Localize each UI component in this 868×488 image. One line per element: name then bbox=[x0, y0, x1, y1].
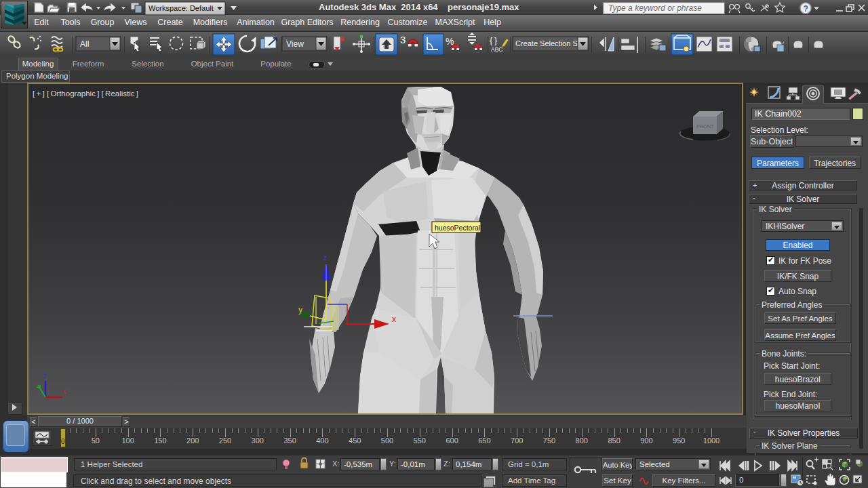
svg-text:?: ? bbox=[804, 4, 808, 14]
svg-text:%: % bbox=[446, 36, 454, 47]
svg-text:FRONT: FRONT bbox=[696, 123, 714, 129]
svg-text:3: 3 bbox=[400, 34, 406, 45]
svg-text:z: z bbox=[43, 372, 46, 380]
svg-text:x: x bbox=[392, 314, 396, 324]
svg-text:Create Selection Se: Create Selection Se bbox=[515, 39, 582, 47]
svg-text:x: x bbox=[62, 388, 66, 395]
svg-text:y: y bbox=[298, 305, 302, 314]
svg-text:Workspace: Default: Workspace: Default bbox=[149, 4, 214, 12]
svg-text:z: z bbox=[323, 254, 327, 262]
svg-text:All: All bbox=[80, 39, 89, 49]
svg-text:View: View bbox=[286, 39, 304, 49]
svg-text:{ }: { } bbox=[490, 35, 498, 45]
svg-text:ABC: ABC bbox=[491, 46, 502, 53]
svg-text:huesoPectoral: huesoPectoral bbox=[435, 224, 480, 232]
